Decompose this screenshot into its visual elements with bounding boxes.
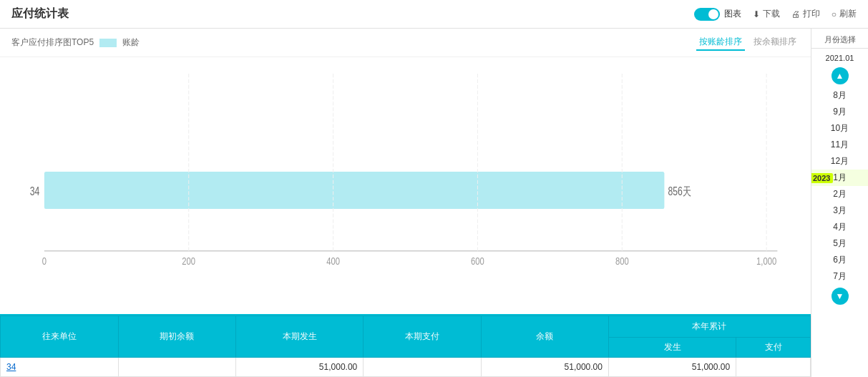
table-wrapper: 往来单位 期初余额 本期发生 本期支付 余额 本年累计 发生 支付 (0, 315, 811, 377)
chart-toggle-container: 图表 (694, 8, 741, 21)
chart-toggle[interactable] (694, 8, 720, 21)
col-ytd-pay: 支付 (736, 338, 811, 358)
table-row: 34 51,000.00 51,000.00 51,000.00 (1, 358, 811, 377)
legend-box-label: 账龄 (122, 36, 140, 49)
sidebar-title: 月份选择 (811, 31, 868, 49)
sort-by-amount-btn[interactable]: 按账龄排序 (696, 34, 745, 51)
chart-legend: 客户应付排序图TOP5 账龄 (11, 36, 140, 49)
month-2[interactable]: 2月 (811, 186, 868, 202)
svg-text:856天: 856天 (668, 185, 692, 197)
cell-opening (118, 358, 236, 377)
chart-label: 图表 (724, 8, 741, 20)
legend-box (99, 39, 117, 47)
table-body: 34 51,000.00 51,000.00 51,000.00 (1, 358, 811, 377)
table-header-row: 往来单位 期初余额 本期发生 本期支付 余额 本年累计 (1, 316, 811, 338)
nav-down-arrow[interactable]: ▼ (832, 288, 849, 305)
svg-rect-1 (44, 172, 665, 209)
cell-current-occur: 51,000.00 (236, 358, 364, 377)
svg-text:400: 400 (326, 255, 340, 268)
download-icon: ⬇ (753, 9, 760, 19)
sidebar-current-year[interactable]: 2021.01 (811, 52, 868, 64)
legend-title: 客户应付排序图TOP5 (11, 36, 94, 49)
svg-text:800: 800 (615, 255, 629, 268)
right-sidebar: 月份选择 2021.01 ▲ 8月 9月 10月 11月 12月 2023 1月… (811, 29, 868, 377)
nav-up-arrow[interactable]: ▲ (832, 67, 849, 84)
data-table: 往来单位 期初余额 本期发生 本期支付 余额 本年累计 发生 支付 (0, 315, 811, 377)
table-section: 往来单位 期初余额 本期发生 本期支付 余额 本年累计 发生 支付 (0, 314, 811, 377)
svg-text:0: 0 (42, 255, 47, 268)
month-3[interactable]: 3月 (811, 202, 868, 219)
page-title: 应付统计表 (11, 6, 69, 21)
month-4[interactable]: 4月 (811, 219, 868, 235)
cell-balance: 51,000.00 (481, 358, 608, 377)
month-8[interactable]: 8月 (811, 87, 868, 104)
print-icon: 🖨 (791, 9, 800, 19)
bar-chart: 34 856天 0 200 400 600 800 1,000 (11, 64, 799, 307)
unit-link[interactable]: 34 (6, 362, 16, 372)
col-opening: 期初余额 (118, 316, 236, 358)
refresh-icon: ○ (832, 9, 837, 19)
year-2023-row: 2023 1月 (811, 170, 868, 186)
svg-text:200: 200 (182, 255, 195, 268)
download-label: 下载 (763, 8, 780, 20)
chart-section: 客户应付排序图TOP5 账龄 按账龄排序 按余额排序 34 856天 (0, 29, 811, 377)
svg-text:34: 34 (30, 185, 40, 197)
col-ytd: 本年累计 (608, 316, 810, 338)
month-11[interactable]: 11月 (811, 137, 868, 153)
header-actions: 图表 ⬇ 下载 🖨 打印 ○ 刷新 (694, 8, 857, 21)
print-button[interactable]: 🖨 打印 (791, 8, 820, 20)
sort-buttons: 按账龄排序 按余额排序 (696, 34, 799, 51)
svg-text:1,000: 1,000 (756, 255, 776, 268)
col-current-occur: 本期发生 (236, 316, 364, 358)
svg-text:600: 600 (471, 255, 484, 268)
month-9[interactable]: 9月 (811, 104, 868, 120)
col-current-pay: 本期支付 (364, 316, 482, 358)
refresh-label: 刷新 (839, 8, 857, 20)
month-12[interactable]: 12月 (811, 153, 868, 170)
refresh-button[interactable]: ○ 刷新 (832, 8, 857, 20)
sort-by-balance-btn[interactable]: 按余额排序 (751, 34, 799, 51)
month-5[interactable]: 5月 (811, 235, 868, 252)
col-balance: 余额 (481, 316, 608, 358)
app-header: 应付统计表 图表 ⬇ 下载 🖨 打印 ○ 刷新 (0, 0, 868, 29)
col-unit: 往来单位 (1, 316, 119, 358)
main-content: 客户应付排序图TOP5 账龄 按账龄排序 按余额排序 34 856天 (0, 29, 868, 377)
year-badge: 2023 (811, 173, 833, 183)
chart-area: 34 856天 0 200 400 600 800 1,000 (0, 57, 811, 314)
chart-header: 客户应付排序图TOP5 账龄 按账龄排序 按余额排序 (0, 29, 811, 57)
month-6[interactable]: 6月 (811, 252, 868, 268)
download-button[interactable]: ⬇ 下载 (753, 8, 780, 20)
cell-ytd-occur: 51,000.00 (608, 358, 736, 377)
month-10[interactable]: 10月 (811, 120, 868, 137)
cell-unit: 34 (1, 358, 119, 377)
cell-ytd-pay (736, 358, 811, 377)
cell-current-pay (364, 358, 482, 377)
print-label: 打印 (803, 8, 820, 20)
month-7[interactable]: 7月 (811, 268, 868, 285)
col-ytd-occur: 发生 (608, 338, 736, 358)
